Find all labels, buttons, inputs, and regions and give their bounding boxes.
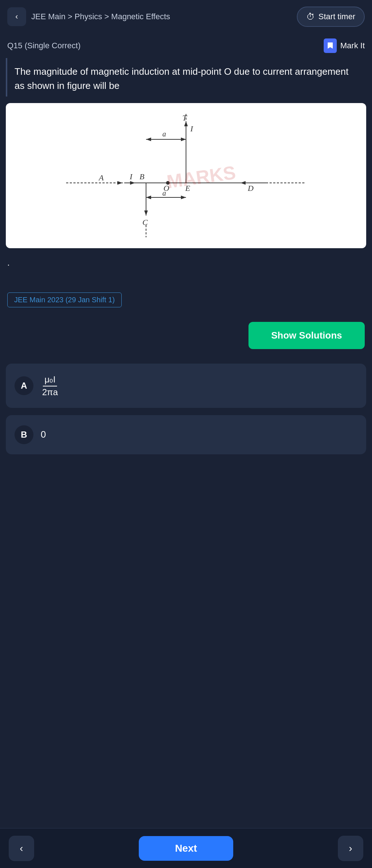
svg-text:T: T bbox=[182, 113, 187, 122]
start-timer-button[interactable]: ⏱ Start timer bbox=[297, 7, 365, 27]
prev-icon: ‹ bbox=[20, 843, 23, 854]
option-a-content: μ₀I 2πa bbox=[41, 374, 59, 398]
option-a-circle: A bbox=[15, 376, 33, 395]
option-a-fraction: μ₀I 2πa bbox=[41, 374, 59, 398]
svg-text:a: a bbox=[162, 130, 166, 138]
timer-label: Start timer bbox=[319, 12, 355, 21]
question-label: Q15 (Single Correct) bbox=[7, 41, 81, 50]
next-arrow-button[interactable]: › bbox=[338, 836, 363, 861]
option-b-content: 0 bbox=[41, 429, 46, 440]
option-b-value: 0 bbox=[41, 429, 46, 440]
option-b-circle: B bbox=[15, 425, 33, 444]
next-button[interactable]: Next bbox=[139, 836, 233, 861]
header: ‹ JEE Main > Physics > Magnetic Effects … bbox=[0, 0, 372, 33]
svg-text:a: a bbox=[162, 189, 166, 197]
mark-it-label: Mark It bbox=[340, 41, 365, 50]
svg-text:D: D bbox=[247, 184, 254, 193]
question-container: The magnitude of magnetic induction at m… bbox=[6, 58, 366, 97]
option-b-card[interactable]: B 0 bbox=[6, 415, 366, 454]
svg-text:B: B bbox=[140, 172, 144, 181]
show-solutions-container: Show Solutions bbox=[0, 315, 372, 356]
fraction-denominator: 2πa bbox=[41, 386, 59, 398]
diagram-container: T I a A I B O E bbox=[6, 103, 366, 248]
bookmark-icon bbox=[324, 38, 337, 53]
prev-button[interactable]: ‹ bbox=[9, 836, 34, 861]
tags-container: JEE Main 2023 (29 Jan Shift 1) bbox=[0, 271, 372, 315]
back-icon: ‹ bbox=[15, 12, 18, 21]
back-button[interactable]: ‹ bbox=[7, 7, 26, 26]
bottom-navigation: ‹ Next › bbox=[0, 828, 372, 868]
header-left: ‹ JEE Main > Physics > Magnetic Effects bbox=[7, 7, 170, 26]
options-container: A μ₀I 2πa B 0 bbox=[0, 356, 372, 462]
question-text: The magnitude of magnetic induction at m… bbox=[15, 65, 359, 93]
svg-text:A: A bbox=[98, 173, 104, 182]
mark-it-button[interactable]: Mark It bbox=[324, 38, 365, 53]
physics-diagram: T I a A I B O E bbox=[62, 110, 310, 241]
svg-text:C: C bbox=[142, 218, 148, 227]
question-meta-row: Q15 (Single Correct) Mark It bbox=[0, 33, 372, 58]
exam-tag: JEE Main 2023 (29 Jan Shift 1) bbox=[7, 292, 122, 307]
next-arrow-icon: › bbox=[349, 843, 352, 854]
option-a-card[interactable]: A μ₀I 2πa bbox=[6, 364, 366, 408]
timer-icon: ⏱ bbox=[306, 12, 315, 22]
dot-separator: . bbox=[0, 255, 372, 271]
breadcrumb: JEE Main > Physics > Magnetic Effects bbox=[31, 12, 170, 21]
bottom-spacer bbox=[0, 462, 372, 509]
show-solutions-button[interactable]: Show Solutions bbox=[248, 322, 365, 349]
fraction-numerator: μ₀I bbox=[43, 374, 57, 386]
